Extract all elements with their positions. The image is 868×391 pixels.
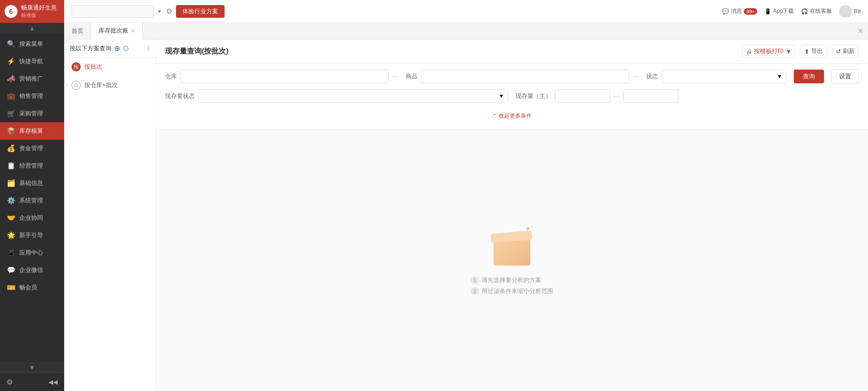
app-title: 畅康通好生意: [21, 4, 57, 12]
sidebar-label-sales: 销售管理: [19, 92, 43, 100]
message-icon: 💬: [722, 8, 729, 15]
sidebar-header: 6 畅康通好生意 标准版: [0, 0, 64, 23]
sidebar-item-inventory[interactable]: 📦 库存核算: [0, 122, 64, 140]
left-panel-title: 按以下方案查询: [70, 44, 111, 53]
guide-icon: 🌟: [6, 231, 16, 239]
sidebar-item-member[interactable]: 🎫 畅会员: [0, 279, 64, 296]
warehouse-more-icon[interactable]: ···: [392, 72, 398, 81]
page-actions: 🖨 按模板打印 ▼ ⬆ 导出 ↺ 刷新: [742, 45, 859, 58]
stock-status-label: 现存量状态: [165, 92, 195, 100]
sidebar-item-finance[interactable]: 💰 资金管理: [0, 140, 64, 157]
status-label: 状态: [646, 72, 658, 81]
stock-status-select[interactable]: ▼: [198, 89, 508, 103]
tab-close-icon[interactable]: ×: [131, 27, 135, 34]
print-btn[interactable]: 🖨 按模板打印 ▼: [742, 45, 796, 58]
sidebar-item-enterprise[interactable]: 🤝 企业协同: [0, 209, 64, 227]
status-select-arrow: ▼: [777, 73, 782, 80]
sidebar-item-quick-nav[interactable]: ⚡ 快捷导航: [0, 53, 64, 70]
filter-by-warehouse-batch[interactable]: ⊙ 按仓库+批次: [64, 76, 155, 94]
online-service-label: 在线客服: [810, 7, 832, 15]
trial-btn[interactable]: 体验行业方案: [176, 5, 225, 18]
settings-icon[interactable]: ⚙: [6, 378, 13, 386]
main-area: ▼ ⚙ 体验行业方案 💬 消息 99+ 📱 App下载 🎧 在线客服 Rit: [64, 0, 868, 391]
sidebar-item-guide[interactable]: 🌟 新手引导: [0, 227, 64, 244]
filter-warehouse-batch-label: 按仓库+批次: [84, 81, 118, 89]
topbar-gear-icon[interactable]: ⚙: [166, 7, 172, 16]
product-input[interactable]: [421, 70, 629, 83]
stock-qty-filter-group: 现存量（主） —: [516, 89, 859, 103]
sidebar-item-search[interactable]: 🔍 搜索菜单: [0, 35, 64, 53]
sidebar-label-basic: 基础信息: [19, 179, 43, 187]
status-select[interactable]: ▼: [662, 70, 786, 83]
sidebar-item-sales[interactable]: 💼 销售管理: [0, 87, 64, 105]
page-title: 现存量查询(按批次): [165, 47, 742, 56]
stock-qty-to-input[interactable]: [623, 89, 678, 103]
sidebar-item-purchase[interactable]: 🛒 采购管理: [0, 105, 64, 122]
sidebar-item-system[interactable]: ⚙️ 系统管理: [0, 192, 64, 209]
sidebar-scroll-down[interactable]: ▼: [0, 362, 64, 373]
print-label: 按模板打印: [754, 47, 784, 55]
sidebar-toggle-icon[interactable]: ◀◀: [49, 379, 58, 386]
user-area[interactable]: Rit: [839, 5, 861, 18]
collapse-more-btn[interactable]: ⌃ 收起更多条件: [165, 109, 859, 124]
sidebar: 6 畅康通好生意 标准版 ▲ 🔍 搜索菜单 ⚡ 快捷导航 📣 营销推广 💼 销售…: [0, 0, 64, 391]
warehouse-input[interactable]: [181, 70, 389, 83]
filter-row-1: 仓库 ··· 商品 ··· 状态 ▼: [165, 69, 859, 84]
online-service-btn[interactable]: 🎧 在线客服: [801, 7, 832, 15]
hint-num-1: 1: [471, 276, 479, 284]
query-button[interactable]: 查询: [794, 70, 824, 83]
sidebar-item-apps[interactable]: 📱 应用中心: [0, 244, 64, 261]
svg-text:✦: ✦: [530, 224, 534, 229]
tab-home[interactable]: 首页: [64, 23, 91, 39]
message-badge: 99+: [744, 8, 757, 15]
sidebar-item-ops[interactable]: 📋 经营管理: [0, 157, 64, 174]
config-filter-icon[interactable]: ⊙: [123, 44, 129, 53]
export-label: 导出: [811, 47, 823, 55]
sidebar-item-wechat[interactable]: 💬 企业微信: [0, 261, 64, 279]
refresh-icon: ↺: [836, 48, 841, 55]
collapse-left-panel-icon[interactable]: 《: [144, 44, 150, 53]
sidebar-scroll-up[interactable]: ▲: [0, 23, 64, 33]
finance-icon: 💰: [6, 144, 16, 152]
left-panel: 按以下方案查询 ⊕ ⊙ 《 按 按批次 ⊙ 按仓库+批次: [64, 39, 156, 391]
headset-icon: 🎧: [801, 8, 808, 15]
inventory-icon: 📦: [6, 127, 16, 135]
sidebar-footer: ⚙ ◀◀: [0, 373, 64, 391]
tabs-bar-actions: ✕: [853, 23, 868, 39]
message-btn[interactable]: 💬 消息 99+: [722, 7, 757, 15]
export-btn[interactable]: ⬆ 导出: [800, 45, 827, 58]
stock-qty-from-input[interactable]: [555, 89, 610, 103]
app-download-btn[interactable]: 📱 App下载: [764, 7, 794, 15]
ops-icon: 📋: [6, 162, 16, 170]
svg-rect-1: [494, 239, 530, 266]
app-edition: 标准版: [21, 12, 57, 19]
filter-by-batch[interactable]: 按 按批次: [64, 58, 155, 76]
tab-inventory-batch[interactable]: 库存批次账 ×: [91, 23, 143, 39]
stock-qty-separator: —: [614, 93, 620, 100]
close-all-tabs-icon[interactable]: ✕: [857, 27, 863, 35]
sidebar-item-marketing[interactable]: 📣 营销推广: [0, 70, 64, 87]
search-menu-icon: 🔍: [6, 40, 16, 48]
product-more-icon[interactable]: ···: [633, 72, 639, 81]
sidebar-item-basic[interactable]: 🗂️ 基础信息: [0, 174, 64, 192]
filter-row-2: 现存量状态 ▼ 现存量（主） —: [165, 89, 859, 103]
username: Rit: [854, 8, 861, 15]
apps-icon: 📱: [6, 249, 16, 257]
empty-svg: ✦ ✦: [484, 223, 539, 269]
warehouse-label: 仓库: [165, 72, 177, 81]
print-dropdown-icon[interactable]: ▼: [786, 48, 791, 55]
sidebar-nav: 🔍 搜索菜单 ⚡ 快捷导航 📣 营销推广 💼 销售管理 🛒 采购管理 📦 库存核…: [0, 33, 64, 362]
system-icon: ⚙️: [6, 196, 16, 205]
add-filter-icon[interactable]: ⊕: [114, 44, 120, 53]
content-area: 按以下方案查询 ⊕ ⊙ 《 按 按批次 ⊙ 按仓库+批次 现存量查询(按批次): [64, 39, 868, 391]
filter-warehouse-batch-icon: ⊙: [71, 81, 81, 90]
stock-qty-label: 现存量（主）: [516, 92, 551, 100]
refresh-btn[interactable]: ↺ 刷新: [832, 45, 859, 58]
left-panel-header: 按以下方案查询 ⊕ ⊙ 《: [64, 39, 155, 58]
sidebar-label-marketing: 营销推广: [19, 75, 43, 83]
topbar-left: ▼ ⚙ 体验行业方案: [71, 5, 718, 18]
topbar-dropdown-icon[interactable]: ▼: [157, 8, 162, 15]
settings-button[interactable]: 设置: [831, 69, 859, 84]
topbar-search-input[interactable]: [71, 5, 154, 18]
filter-batch-label: 按批次: [84, 63, 102, 71]
